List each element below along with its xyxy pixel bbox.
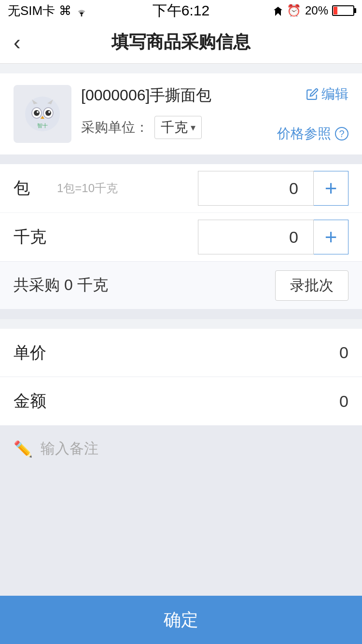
svg-text:智十: 智十 <box>37 123 48 128</box>
carrier-label: 无SIM卡 <box>8 2 55 19</box>
location-icon <box>273 4 283 17</box>
status-right: ⏰ 20% <box>273 4 354 17</box>
nav-bar: ‹ 填写商品采购信息 <box>0 21 362 64</box>
unit-value: 千克 <box>161 118 188 137</box>
product-card: 智十 [0000006]手撕面包 采购单位： 千克 ▾ 编辑 价格参照 ? <box>0 73 362 154</box>
remark-section[interactable]: ✏️ 输入备注 <box>0 425 362 472</box>
back-button[interactable]: ‹ <box>14 30 21 55</box>
bag-quantity-input[interactable] <box>198 171 314 206</box>
kg-plus-button[interactable]: + <box>314 220 348 254</box>
edit-button[interactable]: 编辑 <box>306 85 348 103</box>
help-icon: ? <box>335 127 348 140</box>
bag-input-control: + <box>198 171 348 206</box>
amount-label: 金额 <box>14 390 46 412</box>
remark-placeholder: 输入备注 <box>41 439 98 459</box>
edit-label: 编辑 <box>321 85 348 103</box>
kg-quantity-input[interactable] <box>198 220 314 254</box>
pencil-icon: ✏️ <box>14 440 33 458</box>
kg-input-section: 千克 + <box>0 213 362 261</box>
bag-label: 包 <box>14 177 52 199</box>
price-section: 单价 0 金额 0 <box>0 329 362 425</box>
svg-point-6 <box>37 111 39 113</box>
summary-row: 共采购 0 千克 录批次 <box>0 261 362 309</box>
unit-label: 采购单位： <box>81 118 149 137</box>
bag-input-section: 包 1包=10千克 + <box>0 164 362 212</box>
status-bar: 无SIM卡 ⌘ 下午6:12 ⏰ 20% <box>0 0 362 21</box>
kg-label: 千克 <box>14 226 52 248</box>
section-divider-1 <box>0 154 362 164</box>
svg-point-4 <box>34 110 40 116</box>
svg-point-0 <box>81 15 83 16</box>
status-time: 下午6:12 <box>153 1 209 21</box>
page-title: 填写商品采购信息 <box>111 30 251 54</box>
kg-input-row: 千克 + <box>0 213 362 261</box>
battery-icon <box>332 5 354 16</box>
svg-point-7 <box>48 111 50 113</box>
summary-text: 共采购 0 千克 <box>14 275 108 296</box>
amount-row: 金额 0 <box>0 377 362 425</box>
unit-price-label: 单价 <box>14 342 46 364</box>
wifi-icon: ⌘ <box>59 3 88 18</box>
record-batch-button[interactable]: 录批次 <box>275 270 348 301</box>
amount-value: 0 <box>339 392 348 411</box>
confirm-button[interactable]: 确定 <box>0 596 362 644</box>
unit-select[interactable]: 千克 ▾ <box>154 116 202 139</box>
confirm-button-label: 确定 <box>164 608 198 632</box>
bag-input-row: 包 1包=10千克 + <box>0 164 362 212</box>
kg-input-control: + <box>198 220 348 254</box>
unit-price-row: 单价 0 <box>0 329 362 377</box>
status-left: 无SIM卡 ⌘ <box>8 2 88 19</box>
battery-percent: 20% <box>305 4 328 17</box>
svg-point-5 <box>45 110 51 116</box>
product-thumbnail: 智十 <box>14 85 71 143</box>
price-ref-button[interactable]: 价格参照 ? <box>277 125 348 143</box>
chevron-down-icon: ▾ <box>191 122 195 133</box>
section-divider-2 <box>0 309 362 319</box>
price-ref-label: 价格参照 <box>277 125 331 143</box>
bag-plus-button[interactable]: + <box>314 171 348 206</box>
alarm-icon: ⏰ <box>287 4 301 17</box>
unit-price-value: 0 <box>339 343 348 362</box>
bag-sublabel: 1包=10千克 <box>57 181 198 196</box>
